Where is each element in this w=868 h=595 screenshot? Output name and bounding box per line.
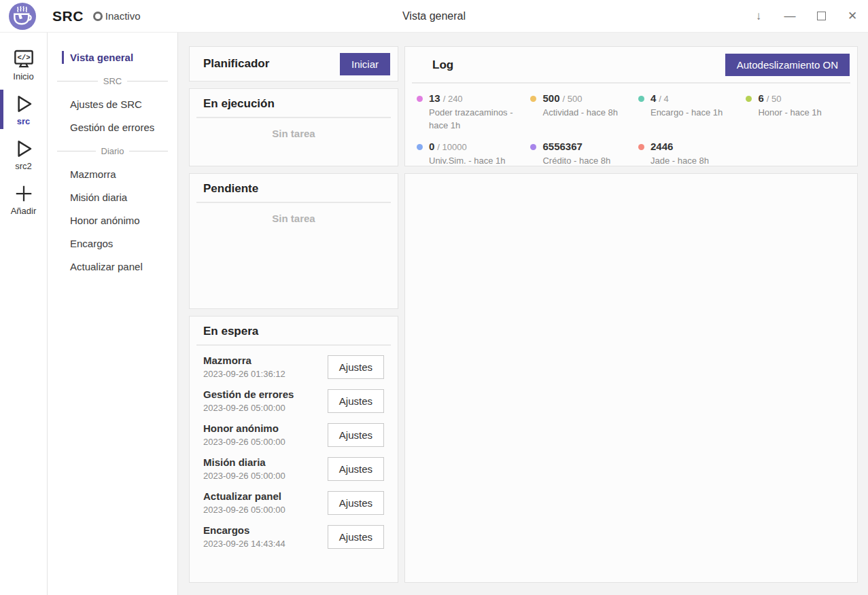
log-panel: Log Autodeslizamiento ON 13 / 240 xyxy=(404,46,858,166)
sidebar-item-mision-diaria[interactable]: Misión diaria xyxy=(48,186,177,209)
sidebar-item-label: Vista general xyxy=(70,52,133,63)
task-name: Misión diaria xyxy=(203,456,285,468)
task-name: Gestión de errores xyxy=(203,389,294,400)
maximize-icon xyxy=(817,12,826,20)
hide-window-button[interactable]: ↓ xyxy=(743,0,774,32)
arrow-down-icon: ↓ xyxy=(756,10,762,23)
task-settings-button[interactable]: Ajustes xyxy=(328,525,384,549)
running-title: En ejecución xyxy=(190,97,398,111)
stat-value: 4 xyxy=(650,92,656,104)
sidebar-section-src: SRC xyxy=(48,69,177,93)
stat-dot-icon xyxy=(638,96,644,102)
scheduler-status: Inactivo xyxy=(93,10,141,22)
task-settings-button[interactable]: Ajustes xyxy=(328,355,384,379)
autoscroll-toggle-button[interactable]: Autodeslizamiento ON xyxy=(725,54,850,76)
stat-value: 2446 xyxy=(650,141,673,152)
log-output-area[interactable] xyxy=(404,173,858,583)
stat-dot-icon xyxy=(417,96,423,102)
sidebar-item-label: Mazmorra xyxy=(70,168,116,180)
task-settings-button[interactable]: Ajustes xyxy=(328,491,384,515)
maximize-button[interactable] xyxy=(805,0,837,32)
task-name: Actualizar panel xyxy=(203,490,285,502)
task-settings-button[interactable]: Ajustes xyxy=(328,457,384,481)
close-icon: ✕ xyxy=(848,9,857,23)
plus-icon xyxy=(14,183,34,204)
status-label: Inactivo xyxy=(105,10,141,22)
log-stats: 13 / 240 Poder trazacaminos - hace 1h 50… xyxy=(405,84,857,168)
task-time: 2023-09-26 05:00:00 xyxy=(203,403,294,413)
app-name: SRC xyxy=(52,8,84,24)
task-time: 2023-09-26 05:00:00 xyxy=(203,471,285,481)
stat-jade: 2446 Jade - hace 8h xyxy=(638,141,746,168)
rail-item-label: Añadir xyxy=(11,206,37,216)
minimize-button[interactable]: — xyxy=(774,0,805,32)
stat-total: / 10000 xyxy=(437,142,466,152)
titlebar: SRC Inactivo Vista general ↓ — ✕ xyxy=(0,0,868,33)
task-settings-button[interactable]: Ajustes xyxy=(328,423,384,447)
task-time: 2023-09-26 01:36:12 xyxy=(203,369,285,379)
stat-dot-icon xyxy=(530,96,536,102)
stat-label: Actividad - hace 8h xyxy=(542,107,618,120)
task-time: 2023-09-26 05:00:00 xyxy=(203,505,285,515)
sidebar-item-actualizar-panel[interactable]: Actualizar panel xyxy=(48,255,177,278)
sidebar-item-vista-general[interactable]: Vista general xyxy=(48,46,177,69)
task-name: Mazmorra xyxy=(203,355,285,366)
rail-item-label: src2 xyxy=(15,161,32,171)
task-name: Encargos xyxy=(203,524,285,536)
stat-value: 6 xyxy=(758,92,763,104)
task-row-mision-diaria: Misión diaria 2023-09-26 05:00:00 Ajuste… xyxy=(203,452,384,486)
close-button[interactable]: ✕ xyxy=(837,0,868,32)
rail-item-src2[interactable]: src2 xyxy=(0,132,47,177)
task-settings-button[interactable]: Ajustes xyxy=(328,389,384,413)
svg-text:</>: </> xyxy=(17,54,30,62)
stat-dot-icon xyxy=(638,144,644,150)
rail-item-src[interactable]: src xyxy=(0,87,47,132)
main-content: Planificador Iniciar En ejecución Sin ta… xyxy=(178,33,868,595)
stat-total: / 240 xyxy=(443,94,463,104)
sidebar-item-encargos[interactable]: Encargos xyxy=(48,232,177,255)
sidebar-item-ajustes-de-src[interactable]: Ajustes de SRC xyxy=(48,93,177,115)
start-button[interactable]: Iniciar xyxy=(340,53,390,75)
pending-title: Pendiente xyxy=(190,182,398,196)
stat-dot-icon xyxy=(530,144,536,150)
status-ring-icon xyxy=(93,12,103,21)
sidebar-item-label: Actualizar panel xyxy=(70,261,143,272)
stat-label: Crédito - hace 8h xyxy=(542,155,610,168)
stat-actividad: 500 / 500 Actividad - hace 8h xyxy=(530,92,638,132)
task-row-encargos: Encargos 2023-09-26 14:43:44 Ajustes xyxy=(203,520,384,554)
minimize-icon: — xyxy=(784,10,796,23)
stat-poder-trazacaminos: 13 / 240 Poder trazacaminos - hace 1h xyxy=(417,92,530,132)
stat-total: / 4 xyxy=(659,94,668,104)
window-controls: ↓ — ✕ xyxy=(743,0,868,32)
rail-item-label: Inicio xyxy=(13,71,33,82)
stat-total: / 50 xyxy=(767,94,782,104)
task-name: Honor anónimo xyxy=(203,422,285,434)
stat-encargo: 4 / 4 Encargo - hace 1h xyxy=(638,92,746,132)
sidebar-item-gestion-de-errores[interactable]: Gestión de errores xyxy=(48,116,177,139)
scheduler-panel: Planificador Iniciar xyxy=(189,46,398,82)
running-empty-text: Sin tarea xyxy=(190,128,398,139)
stat-dot-icon xyxy=(417,144,423,150)
sidebar-item-label: Gestión de errores xyxy=(70,122,154,133)
waiting-title: En espera xyxy=(190,325,398,338)
task-row-honor-anonimo: Honor anónimo 2023-09-26 05:00:00 Ajuste… xyxy=(203,418,384,452)
task-row-mazmorra: Mazmorra 2023-09-26 01:36:12 Ajustes xyxy=(203,350,384,384)
stat-total: / 500 xyxy=(563,94,583,104)
stat-value: 6556367 xyxy=(542,141,582,152)
task-time: 2023-09-26 05:00:00 xyxy=(203,437,285,447)
rail-item-inicio[interactable]: </> Inicio xyxy=(0,42,47,87)
rail-item-add[interactable]: Añadir xyxy=(0,177,47,221)
sidebar-item-label: Ajustes de SRC xyxy=(70,98,142,110)
stat-credito: 6556367 Crédito - hace 8h xyxy=(530,141,638,168)
play-icon xyxy=(13,93,35,115)
sidebar-item-label: Misión diaria xyxy=(70,192,127,203)
divider xyxy=(196,202,391,203)
sidebar-item-mazmorra[interactable]: Mazmorra xyxy=(48,163,177,185)
section-label: SRC xyxy=(98,76,127,86)
stat-value: 13 xyxy=(429,92,440,104)
sidebar-item-honor-anonimo[interactable]: Honor anónimo xyxy=(48,209,177,232)
sidebar: Vista general SRC Ajustes de SRC Gestión… xyxy=(48,33,178,595)
pending-panel: Pendiente Sin tarea xyxy=(189,173,398,309)
stat-honor: 6 / 50 Honor - hace 1h xyxy=(746,92,848,132)
waiting-task-list: Mazmorra 2023-09-26 01:36:12 Ajustes Ges… xyxy=(190,346,398,554)
